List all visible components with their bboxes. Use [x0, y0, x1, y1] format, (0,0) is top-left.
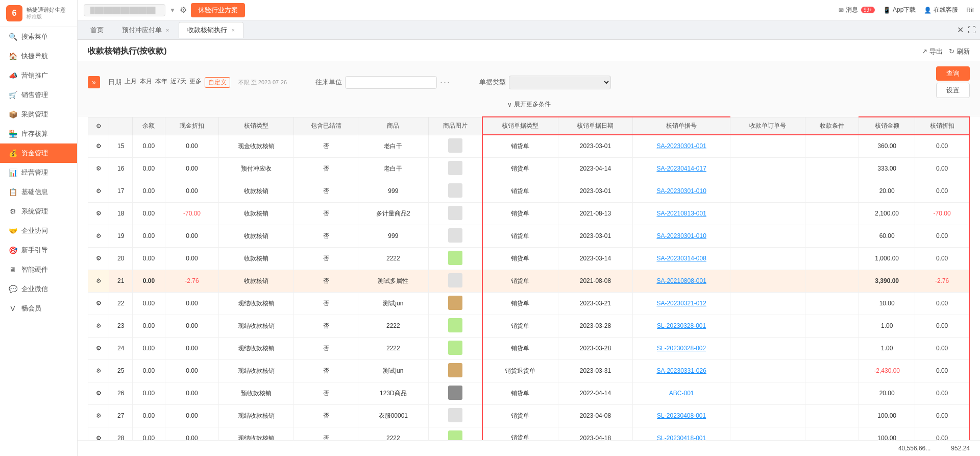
- cell-cash_discount-10: 0.00: [165, 359, 218, 382]
- row-settings-icon[interactable]: ⚙: [96, 255, 102, 262]
- cell-writeoff_bill_no-9[interactable]: SL-20230328-002: [633, 337, 730, 359]
- user-avatar[interactable]: Rit: [966, 7, 974, 14]
- date-quick-links: 上月 本月 本年 近7天 更多 自定义: [125, 77, 230, 88]
- cell-writeoff_bill_no-10[interactable]: SA-20230331-026: [633, 359, 730, 382]
- row-settings-icon[interactable]: ⚙: [96, 412, 102, 419]
- sidebar-label-quick-nav: 快捷导航: [21, 52, 48, 61]
- topbar-chevron-icon[interactable]: ▼: [169, 7, 176, 14]
- close-tab-icon[interactable]: ✕: [957, 25, 964, 35]
- messages-button[interactable]: ✉ 消息 99+: [839, 6, 875, 14]
- row-settings-icon[interactable]: ⚙: [96, 165, 102, 172]
- cell-writeoff_bill_no-3[interactable]: SA-20210813-001: [633, 202, 730, 225]
- sidebar-item-enterprise[interactable]: 🤝企业协同: [0, 221, 77, 241]
- sidebar-item-member[interactable]: V畅会员: [0, 299, 77, 318]
- cell-goods_image-1: [428, 157, 482, 180]
- cell-include_settled-10: 否: [293, 359, 358, 382]
- date-this-year[interactable]: 本年: [155, 77, 167, 88]
- cell-writeoff_bill_no-4[interactable]: SA-20230301-010: [633, 225, 730, 247]
- tab-close-prepay[interactable]: ×: [166, 27, 169, 33]
- sidebar-item-wechat[interactable]: 💬企业微信: [0, 279, 77, 299]
- sidebar-item-quick-nav[interactable]: 🏠快捷导航: [0, 46, 77, 66]
- purchase-icon: 📦: [8, 110, 17, 119]
- row-settings-icon[interactable]: ⚙: [96, 210, 102, 217]
- writeoff-bill-no-link[interactable]: SL-20230328-002: [657, 345, 706, 352]
- cell-writeoff_bill_no-12[interactable]: SL-20230408-001: [633, 404, 730, 427]
- cell-settings-9: ⚙: [88, 337, 109, 359]
- sidebar-item-smart-hw[interactable]: 🖥智能硬件: [0, 260, 77, 279]
- maximize-icon[interactable]: ⛶: [968, 26, 976, 35]
- query-button[interactable]: 查询: [936, 66, 970, 81]
- from-unit-input[interactable]: [345, 76, 437, 89]
- cell-writeoff_bill_no-13[interactable]: SL-20230418-001: [633, 427, 730, 440]
- writeoff-bill-no-link[interactable]: SL-20230408-001: [657, 412, 706, 419]
- refresh-button[interactable]: ↻ 刷新: [949, 47, 970, 56]
- sidebar-item-purchase[interactable]: 📦采购管理: [0, 105, 77, 124]
- cell-writeoff_date-6: 2021-08-08: [558, 270, 633, 292]
- th-goods_image: 商品图片: [428, 117, 482, 135]
- sidebar-item-inventory[interactable]: 🏪库存核算: [0, 124, 77, 143]
- app-download-button[interactable]: 📱 App下载: [883, 6, 916, 14]
- industry-solution-button[interactable]: 休验行业方案: [191, 3, 245, 17]
- date-last-7-days[interactable]: 近7天: [170, 77, 186, 88]
- row-settings-icon[interactable]: ⚙: [96, 300, 102, 307]
- writeoff-bill-no-link[interactable]: ABC-001: [669, 390, 694, 397]
- cell-settings-3: ⚙: [88, 202, 109, 225]
- tab-home[interactable]: 首页: [82, 22, 112, 38]
- cell-writeoff_bill_no-6[interactable]: SA-20210808-001: [633, 270, 730, 292]
- cell-writeoff_bill_no-7[interactable]: SA-20230321-012: [633, 292, 730, 315]
- sidebar-label-search: 搜索菜单: [21, 32, 48, 41]
- topbar-gear-icon[interactable]: ⚙: [180, 5, 187, 15]
- writeoff-bill-no-link[interactable]: SL-20230328-001: [657, 322, 706, 329]
- sidebar-item-marketing[interactable]: 📣营销推广: [0, 66, 77, 85]
- row-settings-icon[interactable]: ⚙: [96, 232, 102, 239]
- bill-type-select[interactable]: [509, 76, 611, 89]
- sidebar-item-sales[interactable]: 🛒销售管理: [0, 85, 77, 105]
- cell-writeoff_bill_no-5[interactable]: SA-20230314-008: [633, 247, 730, 270]
- date-this-month[interactable]: 本月: [140, 77, 152, 88]
- cell-settings-12: ⚙: [88, 404, 109, 427]
- row-settings-icon[interactable]: ⚙: [96, 142, 102, 150]
- sidebar-item-system[interactable]: ⚙系统管理: [0, 202, 77, 221]
- writeoff-bill-no-link[interactable]: SA-20230321-012: [656, 300, 706, 307]
- writeoff-bill-no-link[interactable]: SA-20230301-010: [656, 187, 706, 195]
- row-settings-icon[interactable]: ⚙: [96, 345, 102, 352]
- cell-writeoff_bill_no-0[interactable]: SA-20230301-001: [633, 135, 730, 157]
- sidebar-item-basic-info[interactable]: 📋基础信息: [0, 182, 77, 202]
- writeoff-bill-no-link[interactable]: SA-20230301-010: [656, 232, 706, 239]
- writeoff-bill-no-link[interactable]: SA-20230331-026: [656, 367, 706, 374]
- writeoff-bill-no-link[interactable]: SA-20230314-008: [656, 255, 706, 262]
- export-button[interactable]: ↗ 导出: [922, 47, 943, 56]
- date-custom[interactable]: 自定义: [205, 77, 230, 88]
- row-settings-icon[interactable]: ⚙: [96, 322, 102, 329]
- sidebar-item-search[interactable]: 🔍搜索菜单: [0, 27, 77, 46]
- row-settings-icon[interactable]: ⚙: [96, 187, 102, 195]
- row-settings-icon[interactable]: ⚙: [96, 390, 102, 397]
- row-settings-icon[interactable]: ⚙: [96, 277, 102, 284]
- sidebar-item-operations[interactable]: 📊经营管理: [0, 163, 77, 182]
- date-more[interactable]: 更多: [189, 77, 202, 88]
- sidebar-item-guide[interactable]: 🎯新手引导: [0, 241, 77, 260]
- expand-more-conditions[interactable]: ∨ 展开更多条件: [88, 98, 970, 111]
- row-settings-icon[interactable]: ⚙: [96, 435, 102, 440]
- writeoff-bill-no-link[interactable]: SA-20230414-017: [656, 165, 706, 172]
- setting-button[interactable]: 设置: [936, 83, 970, 98]
- tab-prepay[interactable]: 预付冲应付单×: [113, 22, 178, 38]
- row-settings-icon[interactable]: ⚙: [96, 367, 102, 374]
- cell-writeoff_bill_no-2[interactable]: SA-20230301-010: [633, 180, 730, 202]
- sidebar-item-finance[interactable]: 💰资金管理: [0, 143, 77, 163]
- tab-close-receipt[interactable]: ×: [231, 27, 234, 33]
- filter-expand-button[interactable]: »: [88, 76, 100, 88]
- cell-writeoff_bill_no-1[interactable]: SA-20230414-017: [633, 157, 730, 180]
- page-title: 收款核销执行(按收款): [88, 46, 167, 57]
- online-service-button[interactable]: 👤 在线客服: [924, 6, 958, 14]
- filter-area: » 日期 上月 本月 本年 近7天 更多 自定义 不限 至 2023-07-26…: [78, 61, 980, 116]
- writeoff-bill-no-link[interactable]: SA-20230301-001: [656, 142, 706, 150]
- date-last-month[interactable]: 上月: [125, 77, 137, 88]
- writeoff-bill-no-link[interactable]: SL-20230418-001: [657, 435, 706, 440]
- cell-writeoff_bill_no-8[interactable]: SL-20230328-001: [633, 315, 730, 337]
- tab-receipt[interactable]: 收款核销执行×: [179, 22, 243, 38]
- writeoff-bill-no-link[interactable]: SA-20210808-001: [656, 277, 706, 284]
- cell-writeoff_bill_no-11[interactable]: ABC-001: [633, 382, 730, 404]
- topbar-search-box[interactable]: ███████████████: [84, 4, 165, 16]
- writeoff-bill-no-link[interactable]: SA-20210813-001: [656, 210, 706, 217]
